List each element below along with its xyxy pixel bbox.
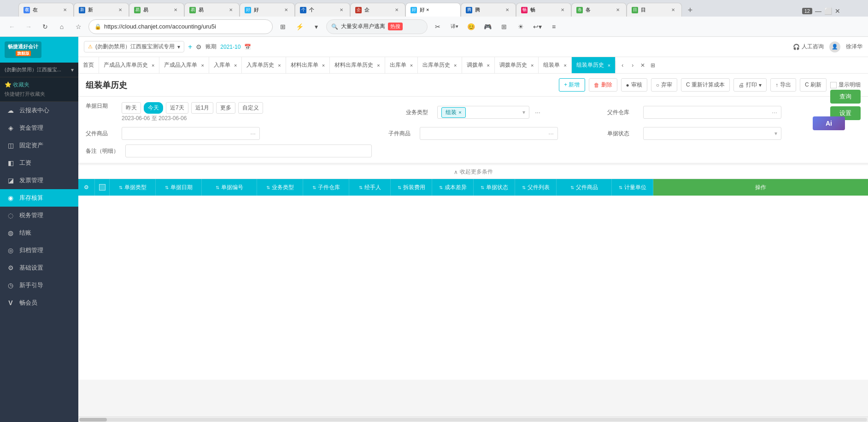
- browser-tab-8[interactable]: 好 好 ×: [405, 3, 461, 17]
- notes-input[interactable]: [125, 145, 372, 157]
- date-btn-yesterday[interactable]: 昨天: [122, 102, 141, 114]
- back-button[interactable]: ←: [6, 20, 18, 33]
- th-biz-type[interactable]: ⇅ 业务类型: [257, 179, 303, 196]
- biz-type-input[interactable]: 组装 × ▾: [437, 106, 529, 119]
- browser-tab-12[interactable]: 目 目 ✕: [627, 3, 682, 17]
- th-doc-status[interactable]: ⇅ 单据状态: [474, 179, 515, 196]
- sidebar-item-closing[interactable]: ◍ 结账: [0, 224, 78, 242]
- display-detail-checkbox[interactable]: [830, 82, 837, 88]
- service-button[interactable]: 🎧 人工咨询: [793, 43, 824, 51]
- page-tab-inbound[interactable]: 入库单 ×: [209, 57, 242, 74]
- browser-tab-5[interactable]: 好 好 ✕: [240, 3, 295, 17]
- emoji-button[interactable]: 😊: [464, 20, 477, 33]
- menu-button[interactable]: ≡: [547, 20, 560, 33]
- page-tab-material-out-history[interactable]: 材料出库单历史 ×: [330, 57, 385, 74]
- home-button[interactable]: ⌂: [55, 20, 68, 33]
- th-operation[interactable]: 操作: [653, 179, 868, 196]
- sun-button[interactable]: ☀: [514, 20, 527, 33]
- browser-tab-9[interactable]: 腾 腾 ✕: [461, 3, 516, 17]
- th-child-warehouse[interactable]: ⇅ 子件仓库: [303, 179, 349, 196]
- th-disassemble-cost[interactable]: ⇅ 拆装费用: [391, 179, 432, 196]
- date-btn-more[interactable]: 更多: [216, 102, 235, 114]
- refresh-button[interactable]: ↻: [39, 20, 52, 33]
- delete-button[interactable]: 🗑 删除: [589, 78, 617, 92]
- company-selector-topbar[interactable]: ⚠ (勿删勿禁用）江西服宝测试专用 ▾: [84, 41, 184, 52]
- page-tab-transfer-history[interactable]: 调拨单历史 ×: [495, 57, 539, 74]
- tab-close-all[interactable]: ✕: [638, 61, 647, 70]
- browser-tab-10[interactable]: 畅 畅 ✕: [516, 3, 571, 17]
- parent-warehouse-input[interactable]: ···: [643, 106, 781, 119]
- th-cost-diff[interactable]: ⇅ 成本差异: [432, 179, 474, 196]
- game-button[interactable]: 🎮: [481, 20, 494, 33]
- sidebar-item-guide[interactable]: ◷ 新手引导: [0, 277, 78, 294]
- page-tab-outbound-history[interactable]: 出库单历史 ×: [418, 57, 462, 74]
- biz-type-more[interactable]: ···: [535, 109, 540, 116]
- th-settings[interactable]: ⚙: [78, 179, 95, 196]
- sidebar-item-funds[interactable]: ◈ 资金管理: [0, 119, 78, 137]
- date-btn-1month[interactable]: 近1月: [191, 102, 214, 114]
- close-window-icon[interactable]: ✕: [835, 7, 840, 15]
- sidebar-item-payroll[interactable]: ◧ 工资: [0, 154, 78, 172]
- undo-button[interactable]: ↩▾: [531, 20, 544, 33]
- sidebar-item-archive[interactable]: ◎ 归档管理: [0, 242, 78, 259]
- date-btn-today[interactable]: 今天: [144, 102, 163, 114]
- browser-tab-2[interactable]: 新 新 ✕: [74, 3, 129, 17]
- tab-scroll-left[interactable]: ‹: [618, 61, 627, 70]
- th-doc-no[interactable]: ⇅ 单据编号: [202, 179, 257, 196]
- biz-type-tag[interactable]: 组装 ×: [441, 107, 465, 118]
- restore-icon[interactable]: ⬜: [824, 7, 832, 15]
- th-checkbox[interactable]: [95, 179, 110, 196]
- forward-button[interactable]: →: [22, 20, 35, 33]
- th-parent-list[interactable]: ⇅ 父件列表: [515, 179, 557, 196]
- address-bar[interactable]: 🔒 https://cloud.chanjet.com/accounting/u…: [88, 19, 273, 34]
- scrollbar-thumb[interactable]: [79, 418, 107, 422]
- display-detail-toggle[interactable]: 显示明细: [830, 81, 861, 89]
- browser-tab-6[interactable]: 个 个 ✕: [295, 3, 350, 17]
- lightning-button[interactable]: ⚡: [293, 20, 306, 33]
- export-button[interactable]: ↑ 导出: [770, 78, 796, 92]
- sidebar-item-settings[interactable]: ⚙ 基础设置: [0, 259, 78, 277]
- refresh-button-page[interactable]: C 刷新: [800, 78, 827, 92]
- sidebar-item-invoice[interactable]: ◪ 发票管理: [0, 172, 78, 189]
- page-tab-assembly-history[interactable]: 组装单历史 ×: [572, 57, 616, 74]
- browser-tab-4[interactable]: 易 易 ✕: [184, 3, 240, 17]
- browser-tab-3[interactable]: 易 易 ✕: [129, 3, 184, 17]
- page-tab-assembled-in-history[interactable]: 产成品入库单历史 ×: [99, 57, 159, 74]
- page-tab-outbound[interactable]: 出库单 ×: [385, 57, 418, 74]
- recalculate-button[interactable]: C 重新计算成本: [681, 78, 730, 92]
- tag-remove-icon[interactable]: ×: [458, 110, 461, 115]
- th-parent-item[interactable]: ⇅ 父件商品: [557, 179, 612, 196]
- page-tab-assembly[interactable]: 组装单 ×: [539, 57, 571, 74]
- sidebar-item-member[interactable]: V 畅会员: [0, 294, 78, 312]
- sidebar-item-assets[interactable]: ◫ 固定资产: [0, 137, 78, 154]
- browser-tab-11[interactable]: 各 各 ✕: [571, 3, 627, 17]
- sidebar-item-inventory[interactable]: ◉ 库存核算: [0, 189, 78, 207]
- grid-button[interactable]: ⊞: [498, 20, 510, 33]
- calendar-icon[interactable]: 📅: [244, 44, 251, 50]
- th-handler[interactable]: ⇅ 经手人: [349, 179, 391, 196]
- add-company-button[interactable]: +: [188, 43, 192, 51]
- new-button[interactable]: + 新增: [559, 78, 585, 92]
- search-bar[interactable]: 🔍 大量安卓用户逃离 热搜: [326, 19, 428, 34]
- cut-button[interactable]: ✂: [431, 20, 444, 33]
- query-button[interactable]: 查询: [830, 90, 861, 104]
- open-favorites-link[interactable]: 快捷键打开收藏夹: [5, 91, 74, 98]
- date-btn-7days[interactable]: 近7天: [166, 102, 188, 114]
- audit-button[interactable]: ● 审核: [621, 78, 647, 92]
- page-tab-material-out[interactable]: 材料出库单 ×: [286, 57, 330, 74]
- page-tab-transfer[interactable]: 调拨单 ×: [462, 57, 495, 74]
- tab-scroll-right[interactable]: ›: [628, 61, 637, 70]
- ai-badge[interactable]: Ai: [813, 116, 845, 130]
- sidebar-item-reports[interactable]: ☁ 云报表中心: [0, 102, 78, 119]
- tab-more[interactable]: ⊞: [648, 61, 657, 70]
- translate-button[interactable]: 译▾: [448, 20, 461, 33]
- date-btn-custom[interactable]: 自定义: [238, 102, 263, 114]
- th-unit[interactable]: ⇅ 计量单位: [612, 179, 653, 196]
- th-doc-type[interactable]: ⇅ 单据类型: [110, 179, 156, 196]
- scrollbar[interactable]: [78, 416, 868, 422]
- doc-status-select[interactable]: ▾: [643, 127, 781, 140]
- biz-type-dropdown[interactable]: ▾: [522, 109, 525, 116]
- abandon-button[interactable]: ○ 弃审: [651, 78, 677, 92]
- child-item-input[interactable]: ···: [420, 127, 558, 140]
- page-tab-assembled-in[interactable]: 产成品入库单 ×: [159, 57, 209, 74]
